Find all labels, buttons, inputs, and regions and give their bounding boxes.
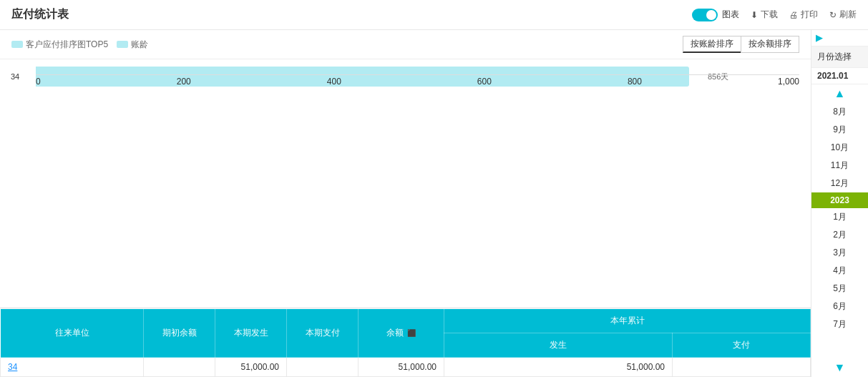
col-annual-cumulative: 本年累计: [444, 309, 811, 333]
legend-label-age: 账龄: [131, 39, 148, 51]
month-item-feb[interactable]: 2月: [811, 226, 868, 244]
refresh-button[interactable]: ↻ 刷新: [829, 9, 857, 21]
month-item-aug[interactable]: 8月: [811, 103, 868, 121]
source-unit-link[interactable]: 34: [8, 362, 17, 372]
x-axis: 0 200 400 600 800 1,000: [36, 74, 799, 87]
month-item-mar[interactable]: 3月: [811, 244, 868, 262]
cell-annual-payment: [673, 358, 811, 377]
chevron-up-icon: ▲: [834, 87, 846, 100]
col-current-payment: 本期支付: [287, 309, 359, 358]
bar-id-label: 34: [11, 72, 19, 81]
x-axis-200: 200: [177, 77, 191, 87]
sidebar-down-button[interactable]: ▼: [811, 358, 868, 377]
table-wrapper: 往来单位 期初余额 本期发生 本期支付 余额 ⬛ 本年累计: [0, 308, 811, 377]
header: 应付统计表 图表 ⬇ 下载 🖨 打印 ↻ 刷新: [0, 0, 868, 30]
col-annual-occurrence: 发生: [444, 333, 673, 358]
col-annual-payment: 支付: [673, 333, 811, 358]
sort-by-amount-button[interactable]: 按账龄排序: [683, 36, 741, 53]
cell-annual-occurrence: 51,000.00: [444, 358, 673, 377]
main-left: 客户应付排序图TOP5 账龄 按账龄排序 按余额排序: [0, 30, 811, 377]
chevron-down-icon: ▼: [834, 361, 846, 374]
month-item-jun[interactable]: 6月: [811, 298, 868, 315]
print-label: 打印: [801, 9, 818, 21]
sidebar-header: 月份选择: [811, 46, 868, 68]
chart-toggle-label: 图表: [722, 9, 739, 21]
chart-upper: 34 856天 0 200 400 600: [0, 59, 811, 308]
legend-color-age: [117, 41, 128, 48]
cell-opening-balance: [144, 358, 215, 377]
table-section: 往来单位 期初余额 本期发生 本期支付 余额 ⬛ 本年累计: [0, 308, 811, 377]
chart-controls: 客户应付排序图TOP5 账龄 按账龄排序 按余额排序: [0, 30, 811, 59]
cell-balance: 51,000.00: [359, 358, 444, 377]
col-opening-balance: 期初余额: [144, 309, 215, 358]
print-button[interactable]: 🖨 打印: [789, 9, 818, 21]
refresh-label: 刷新: [839, 9, 857, 21]
cell-current-occurrence: 51,000.00: [215, 358, 287, 377]
download-label: 下载: [761, 9, 778, 21]
chart-toggle-group: 图表: [692, 9, 739, 21]
x-axis-0: 0: [36, 77, 41, 87]
month-item-dec[interactable]: 12月: [811, 175, 868, 192]
legend-item-age: 账龄: [117, 39, 148, 51]
download-icon: ⬇: [751, 10, 758, 20]
header-actions: 图表 ⬇ 下载 🖨 打印 ↻ 刷新: [692, 9, 857, 21]
sort-buttons: 按账龄排序 按余额排序: [683, 36, 799, 53]
table-header-row-1: 往来单位 期初余额 本期发生 本期支付 余额 ⬛ 本年累计: [1, 309, 811, 333]
month-item-may[interactable]: 5月: [811, 280, 868, 298]
col-balance: 余额 ⬛: [359, 309, 444, 358]
legend-label-top5: 客户应付排序图TOP5: [26, 39, 108, 51]
month-item-apr[interactable]: 4月: [811, 262, 868, 280]
sidebar-current: 2021.01: [811, 68, 868, 84]
balance-icon: ⬛: [407, 329, 416, 337]
x-axis-1000: 1,000: [778, 77, 799, 87]
sidebar-up-button[interactable]: ▲: [811, 84, 868, 103]
col-current-occurrence: 本期发生: [215, 309, 287, 358]
chart-inner: 34 856天 0 200 400 600: [36, 67, 799, 87]
cell-current-payment: [287, 358, 359, 377]
table-row: 34 51,000.00 51,000.00 51,000.00: [1, 358, 811, 377]
chart-area: 34 856天 0 200 400 600: [0, 59, 811, 108]
x-axis-600: 600: [477, 77, 492, 87]
legend-item-top5: 客户应付排序图TOP5: [11, 39, 108, 51]
chevron-right-icon: ▶: [816, 33, 822, 43]
cell-source-unit: 34: [1, 358, 144, 377]
month-item-sep[interactable]: 9月: [811, 121, 868, 139]
sidebar-collapse-btn[interactable]: ▶: [811, 30, 868, 46]
x-axis-800: 800: [628, 77, 642, 87]
chart-legend: 客户应付排序图TOP5 账龄: [11, 39, 148, 51]
page-title: 应付统计表: [11, 7, 69, 22]
legend-color-top5: [11, 41, 23, 48]
print-icon: 🖨: [789, 10, 798, 20]
x-axis-400: 400: [327, 77, 341, 87]
sort-by-balance-button[interactable]: 按余额排序: [741, 36, 799, 53]
month-item-oct[interactable]: 10月: [811, 139, 868, 157]
main-content: 客户应付排序图TOP5 账龄 按账龄排序 按余额排序: [0, 30, 868, 377]
chart-toggle[interactable]: [692, 9, 718, 21]
month-item-nov[interactable]: 11月: [811, 157, 868, 175]
data-table: 往来单位 期初余额 本期发生 本期支付 余额 ⬛ 本年累计: [0, 308, 811, 377]
app-container: 应付统计表 图表 ⬇ 下载 🖨 打印 ↻ 刷新: [0, 0, 868, 377]
month-item-jul[interactable]: 7月: [811, 315, 868, 333]
month-item-jan[interactable]: 1月: [811, 208, 868, 226]
refresh-icon: ↻: [829, 10, 837, 20]
col-source-unit: 往来单位: [1, 309, 144, 358]
month-item-2023[interactable]: 2023: [811, 192, 868, 208]
sidebar-nav: 8月 9月 10月 11月 12月 2023 1月 2月 3月 4月 5月 6月…: [811, 103, 868, 358]
download-button[interactable]: ⬇ 下载: [751, 9, 778, 21]
sidebar: ▶ 月份选择 2021.01 ▲ 8月 9月 10月 11月 12月 2023 …: [811, 30, 868, 377]
